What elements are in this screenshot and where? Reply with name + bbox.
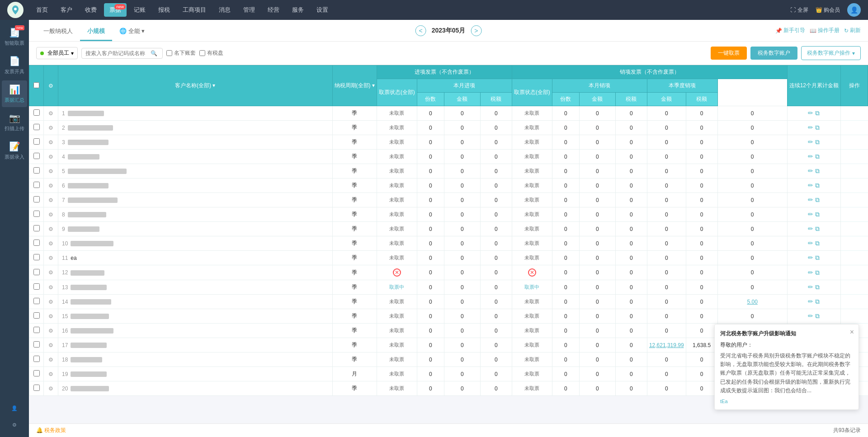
- copy-btn[interactable]: ⧉: [815, 196, 820, 203]
- policy-link[interactable]: 🔔 税务政策: [36, 427, 66, 434]
- tab-all[interactable]: 🌐 全能 ▾: [112, 23, 152, 41]
- nav-invoice[interactable]: 票据 new: [104, 3, 127, 17]
- edit-btn[interactable]: ✏: [808, 298, 813, 305]
- th-client-name[interactable]: 客户名称(全部) ▾: [58, 66, 333, 106]
- sidebar-item-summary[interactable]: 📊 票据汇总: [2, 80, 27, 107]
- edit-btn[interactable]: ✏: [808, 167, 813, 174]
- edit-btn[interactable]: ✏: [808, 240, 813, 247]
- vip-btn[interactable]: 👑 购会员: [816, 6, 840, 14]
- row-setting-icon[interactable]: ⚙: [48, 211, 53, 218]
- year-accum-link[interactable]: 5.00: [747, 299, 757, 305]
- copy-btn[interactable]: ⧉: [815, 109, 820, 117]
- copy-btn[interactable]: ⧉: [815, 254, 820, 261]
- under-account-filter[interactable]: 名下账套: [166, 49, 196, 57]
- row-checkbox[interactable]: [33, 211, 40, 217]
- copy-btn[interactable]: ⧉: [815, 225, 820, 232]
- row-setting-icon[interactable]: ⚙: [48, 357, 53, 363]
- has-disk-checkbox[interactable]: [199, 50, 205, 56]
- edit-btn[interactable]: ✏: [808, 312, 813, 320]
- tax-digital-ops-btn[interactable]: 税务数字账户操作 ▾: [801, 46, 861, 60]
- row-setting-icon[interactable]: ⚙: [48, 342, 53, 348]
- nav-bookkeep[interactable]: 记账: [128, 3, 151, 17]
- copy-btn[interactable]: ⧉: [815, 124, 820, 131]
- row-setting-icon[interactable]: ⚙: [48, 168, 53, 174]
- row-setting-icon[interactable]: ⚙: [48, 110, 53, 117]
- tax-digital-account-btn[interactable]: 税务数字账户: [750, 47, 797, 60]
- date-next-btn[interactable]: >: [471, 25, 481, 36]
- nav-fee[interactable]: 收费: [80, 3, 102, 17]
- one-click-fetch-btn[interactable]: 一键取票: [711, 47, 747, 60]
- under-account-checkbox[interactable]: [166, 50, 172, 56]
- edit-btn[interactable]: ✏: [808, 153, 813, 160]
- row-setting-icon[interactable]: ⚙: [48, 125, 53, 131]
- row-setting-icon[interactable]: ⚙: [48, 299, 53, 305]
- row-checkbox[interactable]: [33, 269, 40, 275]
- row-setting-icon[interactable]: ⚙: [48, 139, 53, 146]
- sidebar-bottom-settings[interactable]: ⚙: [2, 418, 27, 432]
- row-checkbox[interactable]: [33, 225, 40, 231]
- user-avatar[interactable]: 👤: [847, 3, 861, 17]
- row-checkbox[interactable]: [33, 138, 40, 145]
- copy-btn[interactable]: ⧉: [815, 298, 820, 305]
- row-checkbox[interactable]: [33, 167, 40, 174]
- fullscreen-btn[interactable]: ⛶ 全屏: [790, 6, 808, 14]
- row-checkbox[interactable]: [33, 385, 40, 391]
- search-icon[interactable]: 🔍: [151, 50, 157, 56]
- sidebar-item-scan[interactable]: 📷 扫描上传: [2, 109, 27, 136]
- row-setting-icon[interactable]: ⚙: [48, 240, 53, 247]
- row-setting-icon[interactable]: ⚙: [48, 269, 53, 276]
- has-disk-filter[interactable]: 有税盘: [199, 49, 223, 57]
- sidebar-bottom-user[interactable]: 👤: [2, 402, 27, 415]
- row-setting-icon[interactable]: ⚙: [48, 313, 53, 320]
- edit-btn[interactable]: ✏: [808, 225, 813, 232]
- row-setting-icon[interactable]: ⚙: [48, 284, 53, 291]
- notification-close-btn[interactable]: ×: [850, 328, 854, 336]
- row-checkbox[interactable]: [33, 356, 40, 362]
- copy-btn[interactable]: ⧉: [815, 269, 820, 276]
- row-checkbox[interactable]: [33, 153, 40, 159]
- row-checkbox[interactable]: [33, 240, 40, 246]
- row-checkbox[interactable]: [33, 254, 40, 260]
- edit-btn[interactable]: ✏: [808, 138, 813, 146]
- row-checkbox[interactable]: [33, 298, 40, 304]
- sidebar-item-entry[interactable]: 📝 票据录入: [2, 137, 27, 164]
- tab-small[interactable]: 小规模: [80, 23, 112, 41]
- nav-operate[interactable]: 经营: [262, 3, 285, 17]
- edit-btn[interactable]: ✏: [808, 124, 813, 131]
- row-checkbox[interactable]: [33, 182, 40, 188]
- tab-general[interactable]: 一般纳税人: [36, 23, 80, 41]
- copy-btn[interactable]: ⧉: [815, 283, 820, 291]
- edit-btn[interactable]: ✏: [808, 269, 813, 276]
- employee-select[interactable]: 全部员工 ▾: [36, 47, 78, 59]
- th-out-status[interactable]: 取票状态(全部): [512, 79, 552, 106]
- nav-service[interactable]: 服务: [287, 3, 309, 17]
- row-setting-icon[interactable]: ⚙: [48, 183, 53, 189]
- nav-manage[interactable]: 管理: [238, 3, 260, 17]
- row-checkbox[interactable]: [33, 196, 40, 202]
- row-checkbox[interactable]: [33, 370, 40, 376]
- sidebar-item-smart-invoice[interactable]: 🧾 智能取票 new: [2, 23, 27, 50]
- nav-client[interactable]: 客户: [55, 3, 78, 17]
- row-setting-icon[interactable]: ⚙: [48, 385, 53, 392]
- th-period[interactable]: 纳税周期(全部) ▾: [332, 66, 377, 106]
- nav-tax[interactable]: 报税: [153, 3, 175, 17]
- edit-btn[interactable]: ✏: [808, 254, 813, 261]
- row-setting-icon[interactable]: ⚙: [48, 371, 53, 377]
- copy-btn[interactable]: ⧉: [815, 167, 820, 174]
- copy-btn[interactable]: ⧉: [815, 240, 820, 247]
- refresh-btn[interactable]: ↻ 刷新: [844, 27, 861, 34]
- nav-home[interactable]: 首页: [31, 3, 53, 17]
- row-setting-icon[interactable]: ⚙: [48, 154, 53, 160]
- copy-btn[interactable]: ⧉: [815, 153, 820, 160]
- row-setting-icon[interactable]: ⚙: [48, 255, 53, 261]
- manual-btn[interactable]: 📖 操作手册: [810, 27, 840, 34]
- edit-btn[interactable]: ✏: [808, 211, 813, 218]
- row-checkbox[interactable]: [33, 109, 40, 116]
- accum-amount-link[interactable]: 12,621,319.99: [649, 342, 684, 348]
- date-prev-btn[interactable]: <: [415, 25, 426, 36]
- row-checkbox[interactable]: [33, 124, 40, 130]
- search-input[interactable]: [85, 50, 149, 56]
- nav-business[interactable]: 工商项目: [177, 3, 212, 17]
- sidebar-item-issue[interactable]: 📄 发票开具: [2, 52, 27, 79]
- row-checkbox[interactable]: [33, 283, 40, 290]
